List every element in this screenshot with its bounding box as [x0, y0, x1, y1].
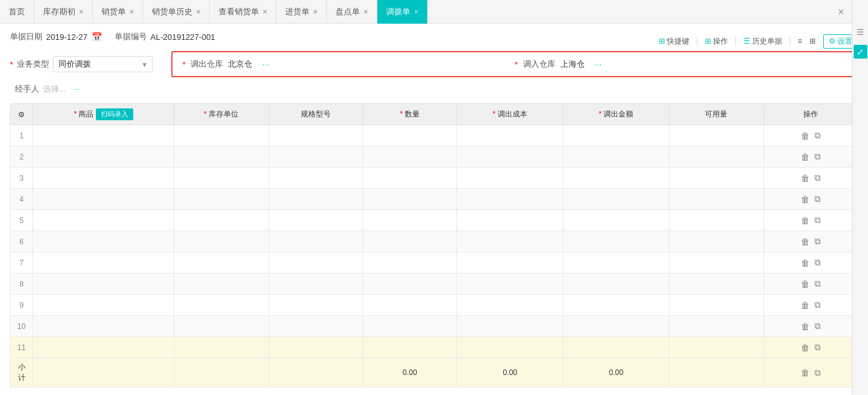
- row-spec-1[interactable]: [268, 125, 362, 146]
- warehouse-out-more-icon[interactable]: ···: [262, 59, 270, 69]
- row-amount-5[interactable]: [563, 210, 669, 231]
- row-amount-8[interactable]: [563, 274, 669, 295]
- row-unit-4[interactable]: [174, 189, 268, 210]
- copy-icon[interactable]: ⧉: [814, 215, 821, 226]
- row-unit-9[interactable]: [174, 295, 268, 316]
- history-button[interactable]: ☰ 历史单据: [743, 36, 782, 47]
- row-qty-5[interactable]: [362, 210, 456, 231]
- delete-icon[interactable]: 🗑: [801, 216, 809, 226]
- row-product-4[interactable]: [33, 189, 174, 210]
- handler-input[interactable]: 选择...: [43, 83, 66, 95]
- row-unit-5[interactable]: [174, 210, 268, 231]
- row-unit-6[interactable]: [174, 231, 268, 252]
- row-amount-11[interactable]: [563, 337, 669, 358]
- delete-icon[interactable]: 🗑: [801, 152, 809, 162]
- row-product-11[interactable]: [33, 337, 174, 358]
- row-available-9[interactable]: [669, 295, 763, 316]
- row-available-5[interactable]: [669, 210, 763, 231]
- doc-date-value[interactable]: 2019-12-27: [46, 32, 88, 42]
- row-available-10[interactable]: [669, 316, 763, 337]
- copy-icon[interactable]: ⧉: [814, 321, 821, 331]
- tab-stocktake-close[interactable]: ×: [364, 7, 368, 16]
- row-spec-4[interactable]: [268, 189, 362, 210]
- row-spec-8[interactable]: [268, 274, 362, 295]
- row-amount-7[interactable]: [563, 252, 669, 274]
- tab-purchase-close[interactable]: ×: [313, 7, 318, 16]
- tab-view-sales[interactable]: 查看销货单 ×: [210, 0, 276, 24]
- shortcut-button[interactable]: ⊞ 快捷键: [659, 36, 689, 47]
- layout-icon-2[interactable]: ⊞: [809, 37, 816, 45]
- copy-icon[interactable]: ⧉: [814, 278, 821, 289]
- row-unit-2[interactable]: [174, 146, 268, 168]
- copy-icon[interactable]: ⧉: [814, 130, 821, 141]
- tab-stocktake[interactable]: 盘点单 ×: [327, 0, 377, 24]
- row-qty-6[interactable]: [362, 231, 456, 252]
- copy-icon[interactable]: ⧉: [814, 194, 821, 204]
- copy-icon[interactable]: ⧉: [814, 257, 821, 268]
- delete-icon[interactable]: 🗑: [801, 279, 809, 289]
- row-spec-11[interactable]: [268, 337, 362, 358]
- operation-button[interactable]: ⊞ 操作: [705, 36, 728, 47]
- th-settings[interactable]: ⚙: [11, 104, 33, 125]
- row-cost-8[interactable]: [457, 274, 563, 295]
- calendar-icon[interactable]: 📅: [92, 32, 102, 42]
- row-amount-6[interactable]: [563, 231, 669, 252]
- tab-home[interactable]: 首页: [0, 0, 34, 24]
- row-spec-6[interactable]: [268, 231, 362, 252]
- row-amount-1[interactable]: [563, 125, 669, 146]
- tab-bar-close-all[interactable]: ×: [833, 0, 849, 24]
- tab-purchase[interactable]: 进货单 ×: [276, 0, 327, 24]
- row-qty-7[interactable]: [362, 252, 456, 274]
- row-cost-6[interactable]: [457, 231, 563, 252]
- warehouse-in-more-icon[interactable]: ···: [595, 59, 602, 69]
- row-product-9[interactable]: [33, 295, 174, 316]
- copy-icon[interactable]: ⧉: [814, 236, 821, 247]
- row-cost-1[interactable]: [457, 125, 563, 146]
- row-cost-11[interactable]: [457, 337, 563, 358]
- row-spec-7[interactable]: [268, 252, 362, 274]
- row-amount-2[interactable]: [563, 146, 669, 168]
- row-amount-10[interactable]: [563, 316, 669, 337]
- row-unit-1[interactable]: [174, 125, 268, 146]
- row-qty-11[interactable]: [362, 337, 456, 358]
- row-product-5[interactable]: [33, 210, 174, 231]
- row-amount-9[interactable]: [563, 295, 669, 316]
- row-unit-11[interactable]: [174, 337, 268, 358]
- row-qty-9[interactable]: [362, 295, 456, 316]
- row-cost-9[interactable]: [457, 295, 563, 316]
- row-cost-2[interactable]: [457, 146, 563, 168]
- row-qty-1[interactable]: [362, 125, 456, 146]
- copy-icon[interactable]: ⧉: [814, 342, 821, 353]
- row-cost-7[interactable]: [457, 252, 563, 274]
- row-product-8[interactable]: [33, 274, 174, 295]
- row-product-10[interactable]: [33, 316, 174, 337]
- delete-icon[interactable]: 🗑: [801, 131, 809, 141]
- tab-sales-history[interactable]: 销货单历史 ×: [143, 0, 210, 24]
- tab-sales-close[interactable]: ×: [130, 7, 134, 16]
- copy-icon[interactable]: ⧉: [814, 300, 821, 310]
- handler-more-icon[interactable]: ···: [73, 85, 80, 93]
- row-spec-9[interactable]: [268, 295, 362, 316]
- row-unit-7[interactable]: [174, 252, 268, 274]
- sidebar-doc-icon[interactable]: ☰: [854, 25, 867, 39]
- row-unit-3[interactable]: [174, 168, 268, 189]
- row-product-7[interactable]: [33, 252, 174, 274]
- row-unit-8[interactable]: [174, 274, 268, 295]
- tab-transfer[interactable]: 调拨单 ×: [377, 0, 428, 24]
- row-available-3[interactable]: [669, 168, 763, 189]
- copy-icon[interactable]: ⧉: [814, 173, 821, 183]
- row-spec-5[interactable]: [268, 210, 362, 231]
- row-available-2[interactable]: [669, 146, 763, 168]
- row-available-11[interactable]: [669, 337, 763, 358]
- delete-icon[interactable]: 🗑: [801, 173, 809, 183]
- row-qty-2[interactable]: [362, 146, 456, 168]
- row-cost-3[interactable]: [457, 168, 563, 189]
- row-cost-5[interactable]: [457, 210, 563, 231]
- layout-icon-1[interactable]: ≡: [798, 37, 802, 45]
- tab-sales[interactable]: 销货单 ×: [93, 0, 143, 24]
- row-product-2[interactable]: [33, 146, 174, 168]
- delete-icon[interactable]: 🗑: [801, 300, 809, 310]
- row-spec-10[interactable]: [268, 316, 362, 337]
- delete-icon[interactable]: 🗑: [801, 258, 809, 268]
- tab-view-sales-close[interactable]: ×: [263, 7, 267, 16]
